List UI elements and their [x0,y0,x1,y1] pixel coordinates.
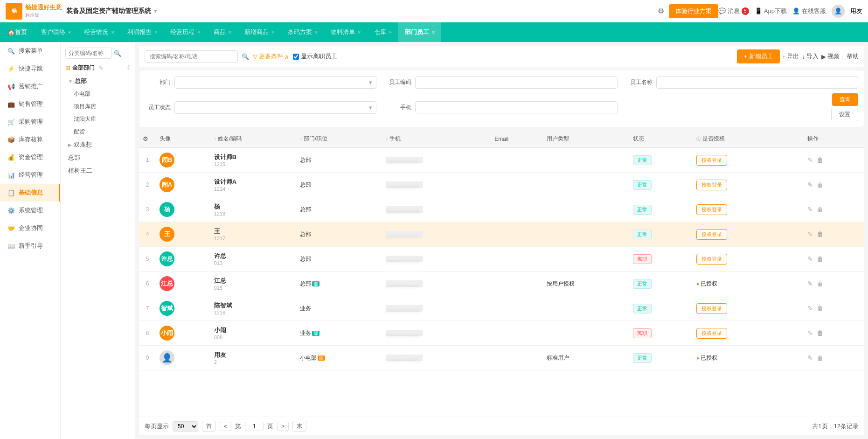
auth-button[interactable]: 授权登录 [696,303,727,314]
tab-close-icon[interactable]: × [315,29,318,35]
tab-warehouse[interactable]: 仓库 × [368,22,398,42]
empname-input[interactable] [656,77,858,89]
dept-search-icon[interactable]: 🔍 [114,50,121,57]
edit-icon[interactable]: ✎ [807,305,813,312]
edit-icon[interactable]: ✎ [807,280,813,287]
add-employee-button[interactable]: + 新增员工 [737,49,779,63]
sidebar-item-quick[interactable]: ⚡ 快捷导航 [0,60,60,77]
delete-icon[interactable]: 🗑 [817,305,823,312]
delete-icon[interactable]: 🗑 [817,181,823,188]
dept-node-zhishu[interactable]: 植树王二 [61,164,135,177]
view-button[interactable]: ▶ 视频 [821,52,840,61]
sidebar-item-search[interactable]: 🔍 搜索菜单 [0,42,60,60]
tab-profit[interactable]: 利润报告 × [121,22,164,42]
sidebar-item-finance[interactable]: 💰 资金管理 [0,148,60,166]
next-page-button[interactable]: > [277,422,289,431]
edit-dept-icon[interactable]: ✎ [98,64,104,71]
tab-close-icon[interactable]: × [68,29,71,35]
more-filter-button[interactable]: ▽ 更多条件 ∧ [253,52,289,61]
delete-icon[interactable]: 🗑 [817,354,823,362]
row-auth[interactable]: 授权登录 [693,321,785,346]
row-auth[interactable]: 授权登录 [693,173,785,197]
dept-node-zongbu[interactable]: ▼ 总部 [61,75,135,88]
collapse-dept-icon[interactable]: 《 [124,63,130,72]
online-service-button[interactable]: 👤 在线客服 [792,7,826,15]
edit-icon[interactable]: ✎ [807,329,813,337]
row-auth[interactable]: 授权登录 [693,222,785,247]
sidebar-item-inventory[interactable]: 📦 库存核算 [0,131,60,148]
tab-close-icon[interactable]: × [154,29,157,35]
tab-customer[interactable]: 客户联络 × [35,22,77,42]
dept-search-input[interactable] [65,48,112,59]
row-auth[interactable]: 授权登录 [693,197,785,222]
row-auth[interactable]: 已授权 [693,272,785,296]
show-resign-checkbox[interactable]: 显示离职员工 [293,52,337,61]
tab-operation[interactable]: 经营情况 × [77,22,120,42]
edit-icon[interactable]: ✎ [807,230,813,238]
resign-checkbox-input[interactable] [293,54,299,60]
tab-close-icon[interactable]: × [229,29,231,35]
reset-button[interactable]: 设置 [831,108,858,121]
dept-node-peihuo[interactable]: 配货 [61,125,135,138]
tab-close-icon[interactable]: × [111,29,114,35]
message-button[interactable]: 💬 消息 5 [718,7,749,15]
gear-icon[interactable]: ⚙ [658,7,664,15]
tab-add-goods[interactable]: 新增商品 × [238,22,281,42]
phone-input[interactable] [415,101,617,113]
sidebar-item-basic[interactable]: 📋 基础信息 [0,184,60,202]
col-setting[interactable]: ⚙ [139,130,156,148]
tab-close-icon[interactable]: × [197,29,200,35]
export-button[interactable]: ↑ 导出 [783,52,799,61]
edit-icon[interactable]: ✎ [807,255,813,263]
delete-icon[interactable]: 🗑 [817,255,823,263]
sidebar-item-marketing[interactable]: 📢 营销推广 [0,77,60,95]
page-size-select[interactable]: 50 20 100 [173,421,198,432]
nav-home[interactable]: 🏠 首页 [0,22,35,42]
import-button[interactable]: ↓ 导入 [802,52,819,61]
tab-department[interactable]: 部门员工 × [398,22,441,42]
dept-node-zongbu2[interactable]: 总部 [61,151,135,164]
delete-icon[interactable]: 🗑 [817,206,823,213]
auth-button[interactable]: 授权登录 [696,254,727,265]
row-auth[interactable]: 授权登录 [693,296,785,321]
prev-page-button[interactable]: < [220,422,231,431]
auth-button[interactable]: 授权登录 [696,229,727,240]
row-auth[interactable]: 已授权 [693,346,785,370]
dept-filter-select[interactable]: ▾ [174,76,376,89]
empcode-input[interactable] [415,77,617,89]
row-auth[interactable]: 授权登录 [693,247,785,272]
dropdown-arrow[interactable]: ▾ [154,7,157,14]
edit-icon[interactable]: ✎ [807,354,813,362]
page-number-input[interactable] [245,422,264,431]
sidebar-item-guide[interactable]: 📖 新手引导 [0,237,60,255]
dept-node-xiaodian[interactable]: 小电部 [61,88,135,100]
sidebar-item-purchase[interactable]: 🛒 采购管理 [0,113,60,131]
help-button[interactable]: 帮助 [847,52,859,61]
dept-node-xiangmu[interactable]: 项目库房 [61,100,135,113]
edit-icon[interactable]: ✎ [807,206,813,213]
edit-icon[interactable]: ✎ [807,181,813,188]
search-input[interactable] [145,50,238,63]
edit-icon[interactable]: ✎ [807,156,813,164]
first-page-button[interactable]: 首 [202,421,216,432]
tab-close-icon[interactable]: × [271,29,274,35]
sidebar-item-mgmt[interactable]: 📊 经营管理 [0,166,60,184]
auth-button[interactable]: 授权登录 [696,328,727,339]
tab-close-icon[interactable]: × [389,29,392,35]
col-setting-icon[interactable]: ⚙ [143,135,148,142]
sidebar-item-system[interactable]: ⚙️ 系统管理 [0,202,60,219]
search-icon-button[interactable]: 🔍 [242,53,249,60]
try-industry-button[interactable]: 体验行业方案 [669,4,718,18]
sidebar-item-collab[interactable]: 🤝 企业协同 [0,219,60,237]
delete-icon[interactable]: 🗑 [817,280,823,287]
auth-button[interactable]: 授权登录 [696,204,727,215]
delete-icon[interactable]: 🗑 [817,329,823,337]
delete-icon[interactable]: 🗑 [817,230,823,238]
tab-bom[interactable]: 物料清单 × [324,22,367,42]
sidebar-item-sales[interactable]: 💼 销售管理 [0,95,60,113]
tab-close-icon[interactable]: × [432,29,435,35]
status-filter-select[interactable]: ▾ [174,101,376,114]
last-page-button[interactable]: 末 [292,421,306,432]
tab-goods[interactable]: 商品 × [207,22,238,42]
dept-node-shuanglu[interactable]: ▶ 双鹿想 [61,138,135,151]
